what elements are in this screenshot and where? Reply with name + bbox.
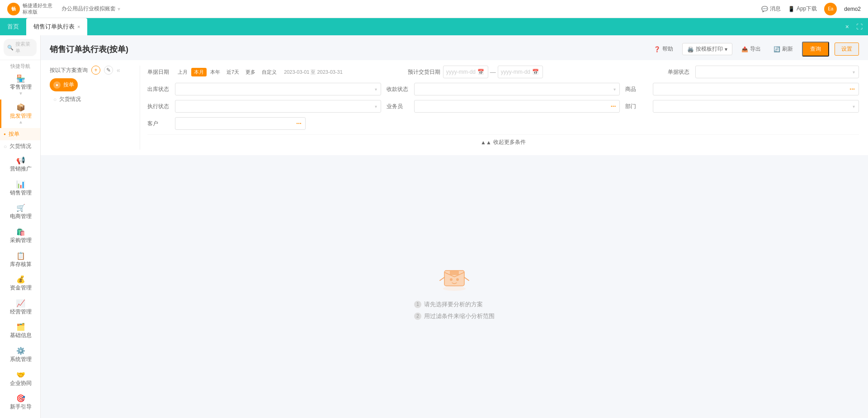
wholesale-icon: 📦	[16, 103, 25, 112]
user-avatar[interactable]: Ea	[824, 3, 837, 15]
wholesale-expand-icon: ▲	[19, 119, 23, 124]
date-tab-more[interactable]: 更多	[243, 68, 258, 76]
date-tab-last-month[interactable]: 上月	[175, 68, 190, 76]
export-icon: 📤	[741, 46, 748, 52]
salesperson-dots-icon[interactable]: ···	[611, 103, 616, 110]
sidebar-sub-item-shortage[interactable]: ○ 欠货情况	[0, 140, 40, 152]
calendar-from-icon[interactable]: 📅	[477, 69, 484, 75]
expected-date-to-input[interactable]: yyyy-mm-dd 📅	[498, 66, 543, 78]
date-tab-year[interactable]: 本年	[208, 68, 223, 76]
svg-line-6	[464, 277, 469, 280]
export-button[interactable]: 📤 导出	[738, 43, 764, 55]
edit-scheme-button[interactable]: ✎	[104, 66, 113, 75]
sidebar-item-appcenter[interactable]: 📱 应用中心	[0, 414, 40, 418]
bill-status-group: 单据状态 ▾	[668, 66, 859, 78]
execution-status-group: 执行状态 ▾	[147, 100, 381, 113]
expected-date-to-placeholder: yyyy-mm-dd	[501, 69, 530, 75]
salesperson-input[interactable]: ···	[414, 100, 620, 113]
query-button[interactable]: 查询	[802, 42, 829, 57]
refresh-button[interactable]: 🔄 刷新	[770, 43, 797, 55]
retail-expand-icon: ▼	[19, 91, 23, 96]
tab-sales-order[interactable]: 销售订单执行表 ×	[26, 18, 87, 35]
scheme-shortage-icon: ○	[53, 96, 57, 103]
sidebar-item-sales[interactable]: 📊 销售管理	[0, 176, 40, 200]
operation-label: 经营管理	[10, 309, 32, 316]
settings-button[interactable]: 设置	[835, 43, 859, 56]
expected-date-from-input[interactable]: yyyy-mm-dd 📅	[443, 66, 488, 78]
inventory-label: 库存核算	[10, 261, 32, 268]
template-print-button[interactable]: 🖨️ 按模板打印 ▾	[682, 43, 732, 55]
hint-text-1: 请先选择要分析的方案	[424, 300, 483, 309]
sidebar-item-marketing[interactable]: 📢 营销推广	[0, 152, 40, 176]
tab-home[interactable]: 首页	[0, 18, 26, 35]
tab-home-label: 首页	[7, 23, 19, 31]
scheme-item-by-order[interactable]: ● 按单	[50, 78, 78, 91]
sidebar-search-area[interactable]: 🔍 搜索菜单	[0, 35, 40, 60]
delivery-status-select[interactable]: ▾	[175, 83, 381, 95]
finance-label: 资金管理	[10, 285, 32, 292]
tab-fullscreen-icon[interactable]: ⛶	[854, 21, 864, 32]
marketing-label: 营销推广	[10, 166, 32, 173]
top-header: 畅 畅捷通好生意 标准版 办公用品行业模拟账套 ▾ 💬 消息 📱 App下载 E…	[0, 0, 868, 18]
svg-point-0	[443, 286, 466, 291]
scheme-shortage-label: 欠货情况	[59, 95, 81, 103]
sidebar-item-ecommerce[interactable]: 🛒 电商管理	[0, 200, 40, 224]
sidebar-item-newuser[interactable]: 🎯 新手引导	[0, 390, 40, 414]
sales-icon: 📊	[16, 180, 25, 189]
collapse-scheme-icon[interactable]: «	[117, 66, 120, 74]
calendar-to-icon[interactable]: 📅	[532, 69, 539, 75]
export-label: 导出	[750, 45, 761, 53]
breadcrumb-arrow-icon: ▾	[118, 6, 120, 12]
marketing-icon: 📢	[16, 156, 25, 165]
collapse-more-button[interactable]: ▲▲ 收起更多条件	[147, 134, 859, 150]
system-label: 系统管理	[10, 356, 32, 363]
sidebar-search-input[interactable]: 🔍 搜索菜单	[4, 39, 37, 56]
ecommerce-label: 电商管理	[10, 213, 32, 220]
tab-close-icon[interactable]: ×	[77, 24, 80, 29]
goods-input[interactable]: ···	[653, 83, 859, 95]
department-arrow-icon: ▾	[853, 104, 855, 109]
sidebar-item-enterprise[interactable]: 🤝 企业协同	[0, 367, 40, 391]
payment-status-arrow-icon: ▾	[613, 87, 616, 92]
help-button[interactable]: ❓ 帮助	[650, 43, 677, 55]
search-icon: 🔍	[7, 45, 14, 51]
empty-state: 1 请先选择要分析的方案 2 用过滤条件来缩小分析范围	[41, 159, 868, 418]
empty-hint-2: 2 用过滤条件来缩小分析范围	[414, 312, 495, 320]
print-icon: 🖨️	[687, 46, 694, 52]
sidebar-item-operation[interactable]: 📈 经营管理	[0, 295, 40, 319]
date-tab-7days[interactable]: 近7天	[224, 68, 242, 76]
page-title: 销售订单执行表(按单)	[50, 44, 128, 55]
date-tab-custom[interactable]: 自定义	[259, 68, 279, 76]
scheme-item-shortage[interactable]: ○ 欠货情况	[50, 93, 134, 105]
sidebar-item-system[interactable]: ⚙️ 系统管理	[0, 343, 40, 367]
sidebar-item-inventory[interactable]: 📋 库存核算	[0, 248, 40, 272]
date-tab-current-month[interactable]: 本月	[191, 68, 207, 76]
salesperson-group: 业务员 ···	[387, 100, 620, 113]
goods-label: 商品	[625, 86, 650, 93]
svg-rect-2	[450, 271, 459, 275]
bill-status-select[interactable]: ▾	[695, 66, 859, 78]
app-download-button[interactable]: 📱 App下载	[788, 5, 817, 13]
sidebar-item-purchase[interactable]: 🛍️ 采购管理	[0, 224, 40, 248]
page-header-actions: ❓ 帮助 🖨️ 按模板打印 ▾ 📤 导出 🔄 刷新 查询	[650, 42, 859, 57]
bill-status-label: 单据状态	[668, 68, 693, 76]
customer-dots-icon[interactable]: ···	[296, 120, 302, 127]
user-name[interactable]: demo2	[844, 6, 861, 12]
department-select[interactable]: ▾	[653, 100, 859, 113]
sidebar-item-basic-info[interactable]: 🗂️ 基础信息	[0, 319, 40, 343]
payment-status-select[interactable]: ▾	[414, 83, 620, 95]
goods-dots-icon[interactable]: ···	[849, 86, 855, 93]
sidebar-item-finance[interactable]: 💰 资金管理	[0, 271, 40, 295]
newuser-label: 新手引导	[10, 404, 32, 411]
sidebar-item-retail[interactable]: 🏪 零售管理 ▼	[0, 71, 40, 100]
message-button[interactable]: 💬 消息	[761, 5, 781, 13]
customer-input[interactable]: ···	[175, 117, 306, 130]
help-icon: ❓	[654, 46, 660, 52]
department-group: 部门 ▾	[625, 100, 859, 113]
hint-number-2: 2	[414, 313, 421, 320]
sidebar-item-wholesale[interactable]: 📦 批发管理 ▲	[0, 100, 40, 128]
add-scheme-button[interactable]: +	[91, 66, 100, 75]
tab-close-all-icon[interactable]: ×	[844, 21, 851, 32]
sidebar-sub-item-by-order[interactable]: ● 按单	[0, 128, 40, 140]
execution-status-select[interactable]: ▾	[175, 100, 381, 113]
